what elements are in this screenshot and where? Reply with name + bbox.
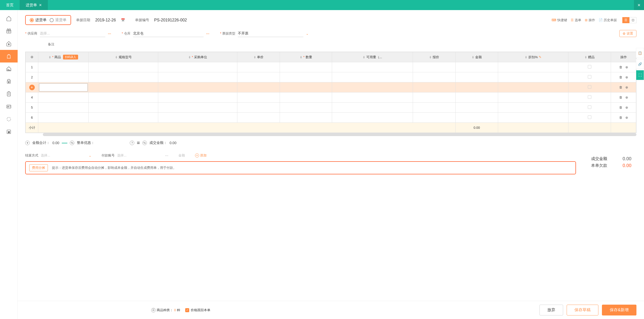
product-cell[interactable] xyxy=(38,113,89,123)
add-row-button[interactable]: + xyxy=(29,85,35,90)
edge-expand-icon[interactable]: ⛶ xyxy=(636,70,644,80)
chevron-down-icon[interactable]: ⌄ xyxy=(306,32,309,36)
product-cell[interactable] xyxy=(38,92,89,103)
radio-unchecked-icon xyxy=(50,18,54,22)
gift-cell[interactable] xyxy=(568,82,611,92)
sort-icon[interactable]: ▲▼ xyxy=(363,56,365,59)
checkbox-icon[interactable] xyxy=(588,65,591,69)
gift-cell[interactable] xyxy=(568,92,611,103)
save-and-new-button[interactable]: 保存&新增 xyxy=(602,305,636,315)
checkbox-icon[interactable] xyxy=(588,105,591,109)
nav-sync-icon[interactable] xyxy=(0,113,18,125)
checkbox-checked-icon[interactable]: ✓ xyxy=(185,308,189,312)
help-icon[interactable]: ? xyxy=(130,141,134,145)
nav-gift-icon[interactable] xyxy=(0,25,18,37)
copy-icon[interactable]: ⊕ xyxy=(625,85,628,89)
tab-purchase[interactable]: 进货单 × xyxy=(20,0,48,10)
gear-icon[interactable]: ⚙ xyxy=(30,55,34,59)
payment-method-select[interactable]: 选择... xyxy=(41,152,86,159)
edit-icon[interactable]: ✎ xyxy=(539,55,541,59)
checkbox-icon[interactable] xyxy=(588,75,591,79)
copy-icon[interactable]: ⊕ xyxy=(625,95,628,99)
nav-new-icon[interactable]: 新 xyxy=(0,125,18,138)
edge-note-icon[interactable]: 📋 xyxy=(636,48,644,58)
horizontal-scrollbar[interactable] xyxy=(43,133,636,136)
kinds-count: 0 xyxy=(174,308,176,312)
select-order-button[interactable]: ☰选单 xyxy=(571,18,581,22)
add-payment-button[interactable]: + 添加 xyxy=(195,153,207,158)
copy-icon[interactable]: ⊕ xyxy=(625,106,628,109)
sort-icon[interactable]: ▲▼ xyxy=(253,56,256,59)
product-cell-input[interactable] xyxy=(39,83,88,91)
nav-warehouse-icon[interactable] xyxy=(0,62,18,75)
top-bar: 首页 进货单 × × xyxy=(0,0,644,10)
action-cell: 🗑⊕ xyxy=(611,72,636,82)
operate-button[interactable]: ⊞操作 xyxy=(585,18,595,22)
nav-home-icon[interactable] xyxy=(0,12,18,25)
sort-icon[interactable]: ▲▼ xyxy=(525,56,527,59)
tab-home[interactable]: 首页 xyxy=(0,0,20,10)
more-icon[interactable]: ⋯ xyxy=(108,32,112,36)
gift-cell[interactable] xyxy=(568,103,611,113)
sort-icon[interactable]: ▲▼ xyxy=(49,56,51,59)
sort-icon[interactable]: ▲▼ xyxy=(429,56,432,59)
save-draft-button[interactable]: 保存草稿 xyxy=(567,305,598,315)
settings-button[interactable]: ⚙ 设置 xyxy=(619,30,636,37)
sort-icon[interactable]: ▲▼ xyxy=(472,56,474,59)
product-cell[interactable] xyxy=(38,62,89,72)
scan-button[interactable]: 扫码录入 xyxy=(63,55,78,59)
delete-icon[interactable]: 🗑 xyxy=(619,75,622,79)
gift-cell[interactable] xyxy=(568,72,611,82)
nav-wallet-icon[interactable]: ¥ xyxy=(0,75,18,88)
supplier-input[interactable]: 选择... xyxy=(40,30,105,37)
fee-share-button[interactable]: 费用分摊 xyxy=(29,164,48,171)
sort-icon[interactable]: ▲▼ xyxy=(585,56,587,59)
date-value[interactable]: 2019-12-26 xyxy=(95,18,116,22)
list-icon: ☰ xyxy=(571,18,574,22)
close-icon[interactable]: × xyxy=(39,3,42,8)
warehouse-input[interactable]: 北京仓 xyxy=(133,30,204,37)
product-cell[interactable] xyxy=(38,72,89,82)
nav-bag-icon[interactable] xyxy=(0,50,18,62)
history-button[interactable]: 📄历史单据 xyxy=(599,18,617,22)
view-grid-button[interactable]: ⊡ xyxy=(629,17,636,23)
product-cell[interactable] xyxy=(38,103,89,113)
delete-icon[interactable]: 🗑 xyxy=(619,106,622,109)
product-cell[interactable] xyxy=(38,82,89,92)
nav-money-icon[interactable]: $ xyxy=(0,37,18,50)
nav-contact-icon[interactable] xyxy=(0,100,18,113)
action-cell: 🗑⊕ xyxy=(611,103,636,113)
chevron-down-icon[interactable]: ⌄ xyxy=(89,154,91,157)
row-index: 5 xyxy=(26,103,38,113)
checkbox-icon[interactable] xyxy=(588,115,591,119)
edge-link-icon[interactable]: 🔗 xyxy=(636,59,644,69)
delete-icon[interactable]: 🗑 xyxy=(619,65,622,69)
more-icon[interactable]: ⋯ xyxy=(165,154,168,157)
gift-cell[interactable] xyxy=(568,62,611,72)
calendar-icon[interactable]: 📅 xyxy=(121,18,125,22)
copy-icon[interactable]: ⊕ xyxy=(625,75,628,79)
shortcut-button[interactable]: ⌨快捷键 xyxy=(552,18,567,22)
radio-return[interactable]: 退货单 xyxy=(50,18,67,22)
delete-icon[interactable]: 🗑 xyxy=(619,95,622,99)
copy-icon[interactable]: ⊕ xyxy=(625,116,628,119)
sort-icon[interactable]: ▲▼ xyxy=(115,56,118,59)
delete-icon[interactable]: 🗑 xyxy=(619,116,622,119)
left-sidebar: $ ¥ 新 xyxy=(0,10,18,319)
delete-icon[interactable]: 🗑 xyxy=(619,85,622,89)
copy-icon[interactable]: ⊕ xyxy=(625,65,628,69)
sort-icon[interactable]: ▲▼ xyxy=(188,56,191,59)
sort-icon[interactable]: ▲▼ xyxy=(300,56,302,59)
nav-clipboard-icon[interactable] xyxy=(0,88,18,100)
more-icon[interactable]: ⋯ xyxy=(206,32,210,36)
discard-button[interactable]: 放弃 xyxy=(539,305,563,315)
invoice-input[interactable]: 不开票 xyxy=(238,30,303,37)
doc-type-radio-group: 进货单 退货单 xyxy=(25,15,71,25)
top-close-button[interactable]: × xyxy=(634,0,644,10)
radio-purchase[interactable]: 进货单 xyxy=(30,18,47,22)
gift-cell[interactable] xyxy=(568,113,611,123)
checkbox-icon[interactable] xyxy=(588,95,591,99)
payment-account-select[interactable]: 选择... xyxy=(117,152,163,159)
view-list-button[interactable]: ☰ xyxy=(622,17,629,23)
checkbox-icon[interactable] xyxy=(588,85,591,89)
